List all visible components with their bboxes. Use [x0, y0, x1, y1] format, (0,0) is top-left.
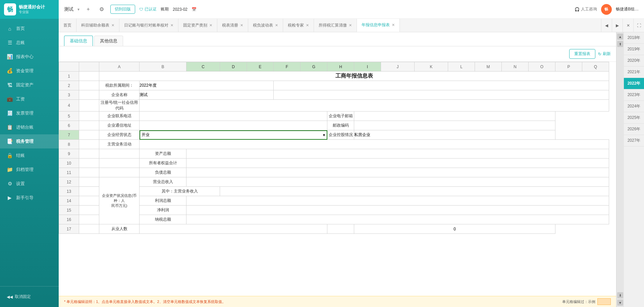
refresh-button[interactable]: ↻ 刷新 — [598, 51, 611, 57]
cell-5-J[interactable]: 企业电子邮箱 — [327, 112, 354, 121]
year-item-2022[interactable]: 2022年 — [624, 78, 644, 89]
tab-close-taxlist[interactable]: ✕ — [240, 23, 243, 28]
cell-12-D[interactable] — [186, 177, 609, 187]
cell-14-C[interactable]: 利润总额 — [140, 196, 186, 206]
cancel-fixed-btn[interactable]: ◀◀ 取消固定 — [0, 291, 59, 303]
cell-13-D[interactable] — [220, 187, 609, 196]
cell-2-A[interactable] — [79, 81, 99, 90]
tab-aux[interactable]: 科目辅助余额表✕ — [76, 19, 119, 32]
cell-17-B[interactable]: 从业人数 — [99, 224, 140, 234]
year-item-2026[interactable]: 2026年 — [624, 124, 644, 135]
col-header-M[interactable]: M — [475, 62, 502, 72]
reset-report-button[interactable]: 重置报表 — [569, 49, 595, 59]
sidebar-item-close[interactable]: 🔒结账 — [0, 148, 59, 163]
subtab-basic[interactable]: 基础信息 — [64, 36, 93, 46]
col-header-G[interactable]: G — [301, 62, 327, 72]
cell-2-rest[interactable] — [274, 81, 609, 90]
col-header-O[interactable]: O — [529, 62, 555, 72]
col-header-J[interactable]: J — [381, 62, 415, 72]
cell-9-C[interactable]: 资产总额 — [140, 149, 186, 159]
cell-10-B[interactable] — [99, 159, 140, 168]
cell-13-A[interactable] — [79, 187, 99, 196]
col-header-P[interactable]: P — [555, 62, 582, 72]
tab-taxwave[interactable]: 税负波动表✕ — [248, 19, 283, 32]
cell-10-D[interactable] — [186, 159, 609, 168]
cell-14-D[interactable] — [186, 196, 609, 206]
year-item-2024[interactable]: 2024年 — [624, 101, 644, 112]
cell-11-A[interactable] — [79, 168, 99, 177]
company-dropdown-icon[interactable]: ▾ — [77, 7, 79, 12]
cell-16-C[interactable]: 纳税总额 — [140, 215, 186, 224]
col-header-D[interactable]: D — [220, 62, 247, 72]
sidebar-item-home[interactable]: ⌂首页 — [0, 21, 59, 36]
year-scroll-down-button[interactable]: ▼ — [617, 300, 623, 306]
tab-yearreport[interactable]: 年报信息申报表✕ — [357, 19, 400, 32]
tab-close-asset[interactable]: ✕ — [209, 23, 212, 28]
user-avatar[interactable]: 畅 — [601, 4, 612, 15]
sidebar-item-archive[interactable]: 📁归档管理 — [0, 163, 59, 177]
cell-15-C[interactable]: 净利润 — [140, 206, 186, 215]
cell-1-num[interactable] — [79, 72, 99, 81]
tab-close-taxcheck[interactable]: ✕ — [306, 23, 309, 28]
sidebar-item-salary[interactable]: 💼工资 — [0, 92, 59, 106]
cell-7-B[interactable]: 企业经营状态 — [99, 130, 140, 140]
year-item-2018[interactable]: 2018年 — [624, 32, 644, 44]
year-item-2025[interactable]: 2025年 — [624, 112, 644, 124]
cell-2-B[interactable]: 税款所属期间： — [99, 81, 140, 90]
tab-close-yearreport[interactable]: ✕ — [392, 23, 395, 27]
cell-7-K[interactable]: 私营企业 — [354, 130, 555, 140]
cell-17-J[interactable]: 0 — [354, 224, 555, 234]
sidebar-item-settings[interactable]: ⚙设置 — [0, 177, 59, 191]
sidebar-item-report[interactable]: 📊报表中心 — [0, 50, 59, 64]
cell-6-B[interactable]: 企业通信地址 — [99, 121, 140, 130]
col-header-H[interactable]: H — [327, 62, 354, 72]
tab-close-aux[interactable]: ✕ — [111, 23, 114, 28]
col-header-L[interactable]: L — [448, 62, 475, 72]
cell-6-K[interactable] — [354, 121, 555, 130]
cell-17-I[interactable] — [327, 224, 354, 234]
cell-2-C[interactable]: 2022年度 — [140, 81, 274, 90]
tab-home[interactable]: 首页 — [59, 19, 76, 32]
year-item-2019[interactable]: 2019年 — [624, 44, 644, 55]
cell-7-C[interactable]: 开业 ▾ — [140, 130, 327, 140]
add-button[interactable]: ＋ — [84, 5, 93, 14]
sidebar-item-fund[interactable]: 💰资金管理 — [0, 64, 59, 78]
switch-version-button[interactable]: 切到旧版 — [110, 5, 135, 14]
cell-11-B[interactable] — [99, 168, 140, 177]
tab-prev-button[interactable]: ◀ — [601, 19, 612, 32]
subtab-other[interactable]: 其他信息 — [94, 36, 123, 46]
cell-5-K[interactable] — [354, 112, 555, 121]
cell-16-A[interactable] — [79, 215, 99, 224]
cell-10-C[interactable]: 所有者权益合计 — [140, 159, 186, 168]
year-expand-down-button[interactable]: ⬇ — [617, 292, 623, 298]
cell-11-C[interactable]: 负债总额 — [140, 168, 186, 177]
cell-8-C[interactable] — [140, 140, 609, 149]
cell-12-A[interactable] — [79, 177, 99, 187]
col-header-N[interactable]: N — [502, 62, 529, 72]
cell-3-C[interactable]: 测试 — [140, 90, 274, 100]
cell-15-D[interactable] — [186, 206, 609, 215]
cell-16-D[interactable] — [186, 215, 609, 224]
sidebar-item-tax[interactable]: 📑税务管理 — [0, 134, 59, 148]
year-scroll-up-button[interactable]: ▲ — [617, 34, 623, 40]
cell-15-A[interactable] — [79, 206, 99, 215]
spreadsheet-container[interactable]: A B C D E F G H I J K L M — [59, 62, 616, 296]
cell-10-A[interactable] — [79, 159, 99, 168]
col-header-E[interactable]: E — [247, 62, 274, 72]
cell-7-A[interactable] — [79, 130, 99, 140]
col-header-B[interactable]: B — [140, 62, 186, 72]
settings-button[interactable]: ⚙ — [97, 5, 106, 14]
cell-8-A[interactable] — [79, 140, 99, 149]
cell-5-A[interactable] — [79, 112, 99, 121]
tab-taxlist[interactable]: 税表清册✕ — [217, 19, 248, 32]
year-item-2023[interactable]: 2023年 — [624, 89, 644, 101]
cell-4-B[interactable]: 注册号/统一社会信用代码 — [99, 100, 140, 112]
cell-5-B[interactable]: 企业联系电话 — [99, 112, 140, 121]
cell-3-B[interactable]: 企业名称 — [99, 90, 140, 100]
col-header-C[interactable]: C — [186, 62, 220, 72]
cell-12-B[interactable]: 企业资产状况信息(币种：人 民币万元) — [99, 177, 140, 224]
sidebar-item-asset[interactable]: 🏗固定资产 — [0, 78, 59, 92]
sidebar-item-purchase[interactable]: 📋进销台账 — [0, 120, 59, 134]
sidebar-item-ledger[interactable]: ☰总账 — [0, 36, 59, 50]
cell-12-C[interactable]: 营业总收入 — [140, 177, 186, 187]
